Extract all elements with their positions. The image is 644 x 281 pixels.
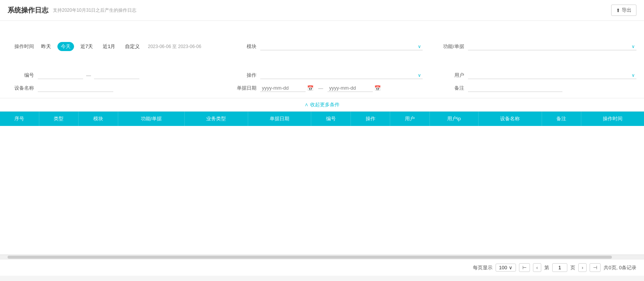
- col-user: 用户: [390, 112, 429, 126]
- scroll-bar-area[interactable]: [0, 255, 644, 259]
- time-btn-yesterday[interactable]: 昨天: [38, 42, 54, 51]
- page-label: 第: [544, 264, 549, 271]
- number-filter-col: 编号 —: [8, 71, 215, 79]
- func-input[interactable]: [469, 43, 630, 49]
- pagination-bar: 每页显示 100 ∨ ⊢ ‹ 第 页 › ⊣ 共0页, 0条记录: [0, 259, 644, 276]
- operation-dropdown-icon: ∨: [418, 73, 421, 78]
- table-container: 序号 类型 模块 功能/单据 业务类型 单据日期 编号 操作 用户 用户ip 设…: [0, 112, 644, 255]
- calendar-icon-from[interactable]: 📅: [307, 85, 314, 91]
- first-page-button[interactable]: ⊢: [519, 263, 530, 272]
- collapse-bar[interactable]: ∧ 收起更多条件: [0, 98, 644, 112]
- func-select[interactable]: ∨: [468, 43, 636, 50]
- calendar-icon-to[interactable]: 📅: [374, 85, 381, 91]
- last-page-button[interactable]: ⊣: [590, 263, 601, 272]
- device-input[interactable]: [38, 84, 113, 92]
- export-button[interactable]: ⬆ 导出: [611, 5, 636, 16]
- remark-input[interactable]: [468, 84, 562, 92]
- per-page-value: 100: [499, 265, 507, 270]
- export-icon: ⬆: [616, 8, 620, 13]
- col-type: 类型: [39, 112, 78, 126]
- page-subtitle: 支持2020年10月31日之后产生的操作日志: [53, 7, 136, 14]
- func-label: 功能/单据: [438, 43, 464, 50]
- operation-input[interactable]: [262, 72, 416, 78]
- filter-row-1: 操作时间 昨天 今天 近7天 近1月 自定义 2023-06-06 至 2023…: [8, 27, 636, 66]
- collapse-label: 收起更多条件: [310, 102, 340, 107]
- doc-date-from[interactable]: [260, 84, 306, 92]
- user-select[interactable]: ∨: [468, 71, 636, 79]
- scroll-thumb[interactable]: [8, 256, 612, 259]
- time-options: 昨天 今天 近7天 近1月 自定义 2023-06-06 至 2023-06-0…: [38, 42, 201, 51]
- time-btn-1month[interactable]: 近1月: [99, 42, 119, 51]
- filter-row-3: 设备名称 单据日期 📅 — 📅 备注: [8, 84, 636, 92]
- collapse-icon: ∧: [304, 102, 309, 107]
- number-input-to[interactable]: [94, 71, 139, 79]
- action-buttons: 查询 设置: [636, 27, 644, 66]
- operation-select[interactable]: ∨: [260, 71, 422, 79]
- module-dropdown-icon: ∨: [418, 44, 421, 49]
- export-label: 导出: [622, 7, 632, 14]
- module-label: 模块: [230, 43, 256, 50]
- prev-page-button[interactable]: ‹: [533, 263, 541, 272]
- data-table: 序号 类型 模块 功能/单据 业务类型 单据日期 编号 操作 用户 用户ip 设…: [0, 112, 644, 126]
- col-op-time: 操作时间: [581, 112, 644, 126]
- doc-date-to[interactable]: [327, 84, 373, 92]
- col-user-ip: 用户ip: [429, 112, 478, 126]
- number-separator: —: [86, 73, 91, 78]
- page-number-input[interactable]: [552, 263, 567, 272]
- module-filter-col: 模块 ∨: [215, 43, 422, 50]
- total-info: 共0页, 0条记录: [604, 264, 636, 271]
- doc-date-range: 📅 — 📅: [260, 84, 381, 92]
- remark-label: 备注: [438, 85, 464, 92]
- title-group: 系统操作日志 支持2020年10月31日之后产生的操作日志: [8, 6, 136, 15]
- col-code: 编号: [311, 112, 351, 126]
- number-input-from[interactable]: [38, 71, 83, 79]
- module-select[interactable]: ∨: [260, 43, 422, 50]
- remark-filter-col: 备注: [423, 84, 636, 92]
- time-filter-col: 操作时间 昨天 今天 近7天 近1月 自定义 2023-06-06 至 2023…: [8, 42, 215, 51]
- per-page-dropdown-icon: ∨: [509, 265, 513, 270]
- operation-filter-col: 操作 ∨: [215, 71, 422, 79]
- col-biz-type: 业务类型: [185, 112, 248, 126]
- col-device: 设备名称: [478, 112, 542, 126]
- time-label: 操作时间: [8, 43, 34, 50]
- col-remark: 备注: [542, 112, 581, 126]
- per-page-label: 每页显示: [473, 264, 493, 271]
- user-filter-col: 用户 ∨: [423, 71, 636, 79]
- number-label: 编号: [8, 72, 34, 79]
- doc-date-label: 单据日期: [230, 85, 256, 92]
- time-btn-custom[interactable]: 自定义: [122, 42, 143, 51]
- user-input[interactable]: [469, 72, 630, 78]
- page-suffix: 页: [570, 264, 575, 271]
- operation-label: 操作: [230, 72, 256, 79]
- col-module: 模块: [79, 112, 118, 126]
- table-header-row: 序号 类型 模块 功能/单据 业务类型 单据日期 编号 操作 用户 用户ip 设…: [0, 112, 644, 126]
- next-page-button[interactable]: ›: [578, 263, 587, 272]
- time-btn-7days[interactable]: 近7天: [77, 42, 96, 51]
- module-input[interactable]: [262, 43, 416, 49]
- col-func: 功能/单据: [118, 112, 184, 126]
- user-label: 用户: [438, 72, 464, 79]
- time-range-display: 2023-06-06 至 2023-06-06: [148, 43, 201, 50]
- col-number: 序号: [0, 112, 39, 126]
- filter-row-2: 编号 — 操作 ∨ 用户 ∨: [8, 71, 636, 79]
- per-page-select[interactable]: 100 ∨: [496, 264, 516, 272]
- device-label: 设备名称: [8, 85, 34, 92]
- empty-area: [0, 126, 644, 255]
- doc-date-filter-col: 单据日期 📅 — 📅: [215, 84, 422, 92]
- time-btn-today[interactable]: 今天: [57, 42, 74, 51]
- col-doc-date: 单据日期: [248, 112, 311, 126]
- col-operation: 操作: [351, 112, 390, 126]
- page-header: 系统操作日志 支持2020年10月31日之后产生的操作日志 ⬆ 导出: [0, 0, 644, 21]
- func-filter-col: 功能/单据 ∨: [423, 43, 636, 50]
- func-dropdown-icon: ∨: [632, 44, 635, 49]
- page-title: 系统操作日志: [8, 6, 48, 15]
- device-filter-col: 设备名称: [8, 84, 215, 92]
- user-dropdown-icon: ∨: [632, 73, 635, 78]
- table-head: 序号 类型 模块 功能/单据 业务类型 单据日期 编号 操作 用户 用户ip 设…: [0, 112, 644, 126]
- doc-date-separator: —: [318, 85, 323, 91]
- filter-panel: 操作时间 昨天 今天 近7天 近1月 自定义 2023-06-06 至 2023…: [0, 21, 644, 98]
